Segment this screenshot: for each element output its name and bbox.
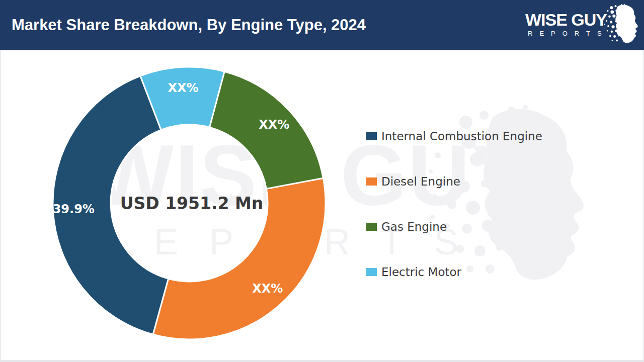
wiseguy-head-icon [601,3,639,44]
segment-value-label-internal-combustion-engine: 39.9% [53,202,95,216]
segment-value-label-electric-motor: XX% [168,81,198,95]
legend-swatch-diesel-engine [366,177,377,186]
legend-swatch-electric-motor [366,268,377,276]
legend-label-gas-engine: Gas Engine [381,220,447,233]
chart-legend: Internal Combustion EngineDiesel EngineG… [366,129,542,279]
header-bar: Market Share Breakdown, By Engine Type, … [0,0,644,50]
legend-item-diesel-engine: Diesel Engine [366,174,542,189]
segment-value-label-gas-engine: XX% [259,118,289,132]
logo-subtext: REPORTS [528,30,609,37]
legend-swatch-internal-combustion-engine [366,132,377,140]
legend-item-internal-combustion-engine: Internal Combustion Engine [366,129,542,143]
infographic-root: Market Share Breakdown, By Engine Type, … [0,0,644,362]
donut-center-value: USD 1951.2 Mn [120,194,264,213]
left-border [0,50,1,362]
donut-chart: 39.9%XX%XX%XX%USD 1951.2 Mn [0,50,362,362]
page-title: Market Share Breakdown, By Engine Type, … [12,0,366,50]
legend-label-electric-motor: Electric Motor [381,265,461,279]
legend-label-internal-combustion-engine: Internal Combustion Engine [381,130,542,143]
legend-swatch-gas-engine [366,223,377,231]
legend-item-gas-engine: Gas Engine [366,220,542,234]
segment-value-label-diesel-engine: XX% [252,282,283,296]
logo-wordmark: WISE GUY [525,11,607,28]
bottom-border [0,360,644,362]
legend-item-electric-motor: Electric Motor [366,265,542,279]
legend-label-diesel-engine: Diesel Engine [381,175,460,188]
